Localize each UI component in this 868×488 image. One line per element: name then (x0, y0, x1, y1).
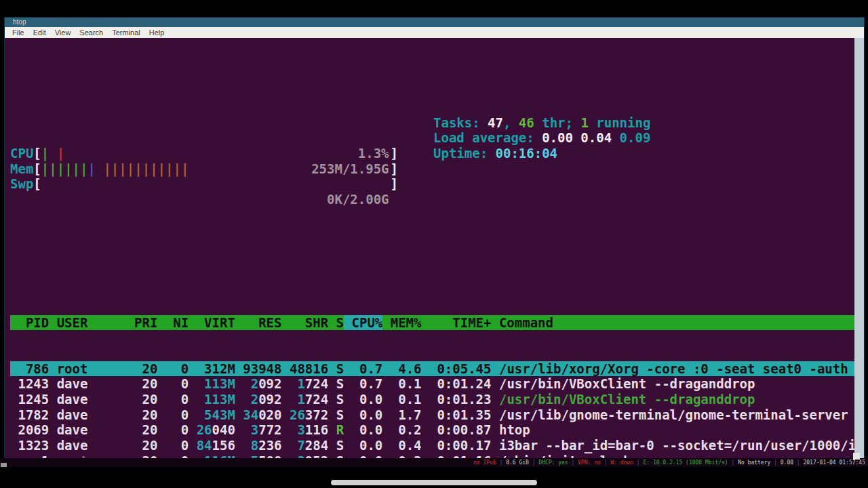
cell-virt: 312M (197, 361, 235, 376)
text-segment: 0.09 (620, 130, 651, 145)
meter-tick: | (103, 161, 111, 176)
cell-ni: 0 (165, 438, 189, 453)
cell-pid: 2069 (10, 422, 49, 437)
cell-res: 2 (243, 376, 258, 391)
cell-user: root (57, 361, 127, 376)
menu-item-search[interactable]: Search (77, 27, 105, 38)
meter-tick: | (165, 161, 173, 176)
cell-cpu: 0.0 (352, 438, 383, 453)
meter-bracket: ] (391, 146, 398, 161)
cell-pri: 20 (134, 438, 157, 453)
status-segment: VPN: no (578, 460, 601, 466)
cell-res: 772 (258, 422, 281, 437)
column-header-user[interactable]: USER (57, 315, 127, 330)
cell-shr: 724 (305, 392, 328, 407)
meter-tick: | (181, 161, 189, 176)
cell-time: 0:05.45 (429, 361, 492, 376)
window-titlebar[interactable]: htop (5, 18, 864, 27)
cell-shr: 1 (290, 376, 305, 391)
uptime-line: Uptime: 00:16:04 (433, 146, 650, 161)
meter-tick: | (119, 161, 126, 176)
process-row[interactable]: 1323 dave 20 0 84156 8236 7284 S 0.0 0.4… (10, 438, 856, 453)
meter-tick: | (57, 146, 64, 161)
status-segment: No battery (738, 460, 770, 466)
process-row[interactable]: 1782 dave 20 0 543M 34020 26372 S 0.0 1.… (10, 407, 856, 423)
htop-terminal: CPU[| |1.3%]Mem[||||||| |||||||||||253M/… (5, 38, 856, 459)
workspace-indicator[interactable] (1, 463, 7, 467)
text-segment: running (589, 115, 651, 130)
menu-item-help[interactable]: Help (147, 27, 167, 38)
meter-label: Swp (10, 176, 33, 191)
menu-item-edit[interactable]: Edit (31, 27, 48, 38)
cell-cpu: 0.0 (352, 392, 383, 407)
column-header-time[interactable]: TIME+ (429, 315, 492, 330)
cell-shr: 7 (290, 438, 305, 453)
menu-item-terminal[interactable]: Terminal (110, 27, 142, 38)
tray-icon[interactable] (853, 453, 860, 460)
status-separator: | (793, 460, 803, 466)
status-segment: 8.6 GiB (506, 460, 529, 466)
cell-pri: 20 (134, 361, 157, 376)
cell-pid: 1243 (10, 376, 49, 391)
column-header-cmd[interactable]: Command (499, 315, 553, 330)
column-header-s[interactable]: S (336, 315, 344, 330)
cell-virt: 84 (197, 438, 212, 453)
cell-shr: 48 (290, 361, 305, 376)
meter-tick: | (127, 161, 134, 176)
column-header-res[interactable]: RES (243, 315, 281, 330)
cell-state: S (336, 392, 344, 407)
column-header-mem[interactable]: MEM% (391, 315, 422, 330)
column-header-ni[interactable]: NI (165, 315, 189, 330)
cell-cpu: 0.7 (352, 361, 383, 376)
status-segment: 2017-01-04 01:57:45 (803, 460, 865, 466)
cell-state: S (336, 361, 344, 376)
cell-user: dave (57, 392, 127, 407)
column-header-pid[interactable]: PID (10, 315, 49, 330)
cell-ni: 0 (165, 407, 189, 422)
process-table-header: PID USER PRI NI VIRT RES SHR S CPU% MEM%… (10, 315, 856, 331)
process-row[interactable]: 2069 dave 20 0 26040 3772 3116 R 0.0 0.2… (10, 422, 856, 438)
meter-tick: | (158, 161, 165, 176)
cell-time: 0:00.87 (429, 422, 492, 437)
terminal-window: htop File Edit View Search Terminal Help… (4, 17, 865, 458)
text-segment: 46 (519, 115, 534, 130)
cell-pri: 20 (134, 392, 157, 407)
meter-label: CPU (10, 146, 33, 161)
cell-cpu: 0.0 (352, 407, 383, 422)
process-row[interactable]: 1245 dave 20 0 113M 2092 1724 S 0.0 0.1 … (10, 392, 856, 407)
status-separator: | (496, 460, 506, 466)
cell-mem: 4.6 (391, 361, 422, 376)
status-segment: 0.00 (781, 460, 793, 466)
column-header-shr[interactable]: SHR (290, 315, 328, 330)
cell-mem: 0.1 (391, 392, 422, 407)
cell-shr: 3 (290, 422, 305, 437)
tasks-summary: Tasks: 47, 46 thr; 1 runningLoad average… (433, 115, 650, 161)
menu-item-file[interactable]: File (10, 27, 26, 38)
process-row[interactable]: 1243 dave 20 0 113M 2092 1724 S 0.7 0.1 … (10, 376, 856, 392)
load-average-line: Load average: 0.00 0.04 0.09 (433, 130, 650, 146)
process-row[interactable]: 786 root 20 0 312M 93948 48816 S 0.7 4.6… (10, 361, 856, 377)
terminal-scrollbar[interactable] (854, 38, 864, 459)
cell-res: 948 (258, 361, 281, 376)
meter-bar: ||||||| |||||||||||253M/1.95G (41, 161, 391, 177)
meter-bracket: ] (391, 161, 398, 176)
column-header-pri[interactable]: PRI (134, 315, 157, 330)
cell-shr: 26 (290, 407, 305, 422)
cell-res: 34 (243, 407, 258, 422)
text-segment: Load average: (433, 130, 542, 145)
cell-res: 93 (243, 361, 258, 376)
menu-item-view[interactable]: View (53, 27, 73, 38)
cell-res: 020 (258, 407, 281, 422)
cell-pid: 1782 (10, 407, 49, 422)
cell-virt: 113M (197, 392, 235, 407)
meter-tick: | (142, 161, 150, 176)
cell-user: dave (57, 422, 127, 437)
column-header-cpu[interactable]: CPU% (352, 315, 383, 330)
meter-tick: | (49, 161, 56, 176)
meter-tick: | (73, 161, 80, 176)
meter-tick: | (64, 161, 72, 176)
column-header-virt[interactable]: VIRT (197, 315, 235, 330)
text-segment: 0.00 (542, 130, 580, 145)
cell-state: S (336, 438, 344, 453)
cell-mem: 1.7 (391, 407, 422, 422)
